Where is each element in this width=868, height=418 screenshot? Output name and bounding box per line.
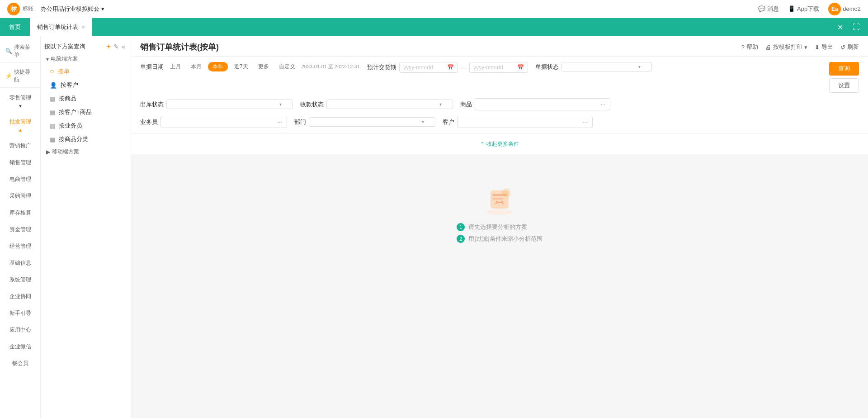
collapse-button[interactable]: ⌃ 收起更多条件 [477, 138, 522, 151]
message-btn[interactable]: 💬 消息 [758, 5, 779, 13]
tabbar: 首页 销售订单统计表 × ✕ ⛶ [0, 18, 868, 36]
breadcrumb[interactable]: 办公用品行业模拟账套 ▾ [41, 5, 104, 13]
date-custom-btn[interactable]: 自定义 [275, 62, 299, 71]
tab-sales-order-stats[interactable]: 销售订单统计表 × [30, 18, 92, 36]
left-panel-actions: + ✎ « [107, 43, 125, 51]
tab-home[interactable]: 首页 [0, 18, 30, 36]
message-icon: 💬 [758, 5, 765, 12]
product-input[interactable]: ··· [475, 98, 610, 110]
username-label: demo2 [843, 5, 861, 12]
payment-status-label: 收款状态 [300, 100, 324, 109]
sidebar-item-system[interactable]: 系统管理 [0, 271, 40, 288]
customer-label: 客户 [443, 118, 454, 126]
product-icon: ▦ [50, 95, 55, 102]
scheme-by-order[interactable]: ○ 按单 [41, 65, 131, 78]
sidebar-quick-nav-label: 快捷导航 [14, 68, 35, 84]
collapse-panel-button[interactable]: « [122, 43, 125, 50]
scheme-label: 按客户 [61, 81, 78, 89]
pc-group-arrow-icon: ▾ [46, 56, 49, 62]
customer-icon: 👤 [50, 82, 57, 89]
sidebar-item-purchase[interactable]: 采购管理 [0, 188, 40, 204]
payment-status-select[interactable]: ▾ [326, 100, 453, 109]
sidebar-item-sales[interactable]: 销售管理 [0, 154, 40, 171]
tab-close-icon[interactable]: × [82, 24, 85, 30]
empty-illustration [481, 181, 518, 218]
sidebar-system-label: 系统管理 [9, 276, 31, 284]
calendar-icon: 📅 [447, 64, 454, 71]
topbar-right: 💬 消息 📱 App下载 Ea demo2 [758, 3, 861, 15]
sidebar-item-operations[interactable]: 经营管理 [0, 238, 40, 255]
content-area: 按以下方案查询 + ✎ « ▾ 电脑端方案 ○ 按单 👤 按客户 ▦ [41, 36, 868, 418]
mobile-scheme-group[interactable]: ▶ 移动端方案 [41, 146, 131, 157]
print-icon: 🖨 [765, 44, 771, 51]
scheme-by-product-category[interactable]: ▦ 按商品分类 [41, 133, 131, 146]
user-profile[interactable]: Ea demo2 [828, 3, 861, 15]
scheme-by-salesperson[interactable]: ▦ 按业务员 [41, 119, 131, 133]
sidebar-item-wechat[interactable]: 企业微信 [0, 338, 40, 355]
sidebar-item-finance[interactable]: 资金管理 [0, 221, 40, 238]
shipping-status-select[interactable]: ▾ [166, 100, 293, 109]
order-status-select[interactable]: ▾ [561, 62, 652, 71]
sidebar-finance-label: 资金管理 [9, 226, 31, 233]
expected-date-from[interactable]: yyyy-mm-dd 📅 [399, 62, 458, 73]
empty-state: 1 请先选择要分析的方案 2 用[过滤]条件来缩小分析范围 [131, 154, 868, 270]
print-arrow-icon: ▾ [804, 44, 807, 51]
export-label: 导出 [821, 43, 833, 51]
date-separator: — [461, 64, 467, 71]
scheme-by-customer-product[interactable]: ▦ 按客户+商品 [41, 105, 131, 119]
print-button[interactable]: 🖨 按模板打印 ▾ [765, 43, 807, 51]
sidebar-item-newbie[interactable]: 新手引导 [0, 305, 40, 322]
expected-date-to[interactable]: yyyy-mm-dd 📅 [469, 62, 528, 73]
sidebar-item-enterprise[interactable]: 企业协同 [0, 288, 40, 305]
scheme-by-product[interactable]: ▦ 按商品 [41, 92, 131, 105]
logo-area: 标 标账 [7, 3, 33, 15]
product-category-icon: ▦ [50, 136, 55, 143]
order-status-arrow-icon: ▾ [638, 64, 641, 69]
sidebar-item-member[interactable]: 畅会员 [0, 355, 40, 372]
department-select[interactable]: ▾ [309, 117, 435, 127]
sidebar-item-inventory[interactable]: 库存核算 [0, 204, 40, 221]
mobile-group-arrow-icon: ▶ [46, 149, 50, 155]
main-layout: 🔍 搜索菜单 ⚡ 快捷导航 零售管理 ▾ 批发管理 ▴ 营销推广 销售管理 电商… [0, 36, 868, 418]
sidebar-item-marketing[interactable]: 营销推广 [0, 138, 40, 154]
page-title: 销售订单统计表(按单) [140, 42, 219, 52]
date-last-month-btn[interactable]: 上月 [166, 62, 184, 71]
add-scheme-button[interactable]: + [107, 43, 111, 51]
sidebar-item-apps[interactable]: 应用中心 [0, 322, 40, 338]
close-window-icon[interactable]: ✕ [834, 21, 846, 33]
export-button[interactable]: ⬇ 导出 [815, 43, 833, 51]
search-icon: 🔍 [5, 48, 12, 54]
maximize-icon[interactable]: ⛶ [850, 21, 863, 33]
tabbar-right: ✕ ⛶ [834, 21, 868, 33]
salesperson-input[interactable]: ··· [160, 116, 287, 128]
date-this-year-btn[interactable]: 本年 [208, 62, 228, 71]
shipping-status-label: 出库状态 [140, 100, 164, 109]
refresh-button[interactable]: ↺ 刷新 [840, 43, 859, 51]
pc-scheme-group[interactable]: ▾ 电脑端方案 [41, 53, 131, 65]
customer-input[interactable]: ··· [457, 116, 593, 128]
sidebar-item-ecommerce[interactable]: 电商管理 [0, 171, 40, 188]
sidebar-operations-label: 经营管理 [9, 242, 31, 250]
sidebar-item-retail[interactable]: 零售管理 ▾ [0, 90, 40, 114]
help-label: 帮助 [746, 43, 758, 51]
sidebar-quick-nav[interactable]: ⚡ 快捷导航 [0, 65, 40, 88]
sidebar-item-basic[interactable]: 基础信息 [0, 255, 40, 271]
collapse-row: ⌃ 收起更多条件 [131, 133, 868, 154]
app-download-btn[interactable]: 📱 App下载 [788, 5, 819, 13]
svg-point-4 [502, 188, 511, 197]
date-last7-btn[interactable]: 近7天 [231, 62, 252, 71]
query-button[interactable]: 查询 [829, 62, 859, 76]
settings-button[interactable]: 设置 [829, 78, 859, 93]
edit-scheme-button[interactable]: ✎ [113, 43, 119, 50]
sidebar-item-wholesale[interactable]: 批发管理 ▴ [0, 114, 40, 138]
help-button[interactable]: ? 帮助 [741, 43, 758, 51]
sidebar: 🔍 搜索菜单 ⚡ 快捷导航 零售管理 ▾ 批发管理 ▴ 营销推广 销售管理 电商… [0, 36, 41, 418]
app-download-icon: 📱 [788, 5, 795, 12]
date-more-btn[interactable]: 更多 [255, 62, 273, 71]
empty-tip-1: 1 请先选择要分析的方案 [457, 223, 542, 231]
scheme-by-customer[interactable]: 👤 按客户 [41, 78, 131, 92]
help-icon: ? [741, 44, 745, 51]
date-this-month-btn[interactable]: 本月 [187, 62, 205, 71]
sidebar-search[interactable]: 🔍 搜索菜单 [0, 40, 40, 63]
order-status-label: 单据状态 [535, 63, 559, 71]
